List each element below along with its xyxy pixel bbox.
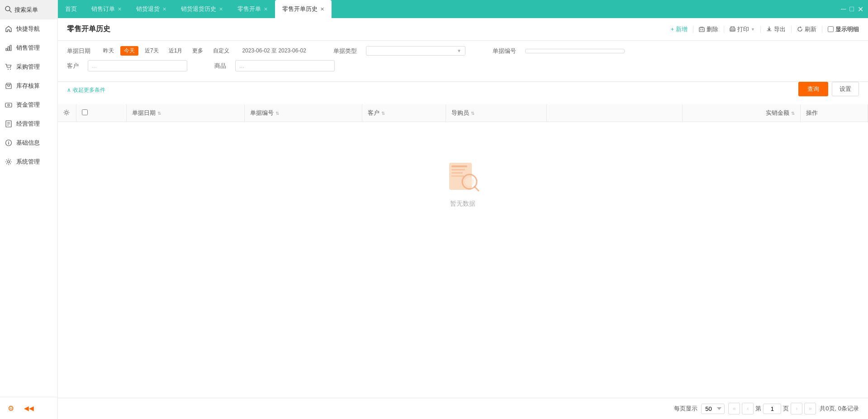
sidebar-item-inventory[interactable]: 库存核算 [0,76,57,95]
divider-5 [822,26,822,33]
date-last1m[interactable]: 近1月 [165,46,186,56]
divider-2 [724,26,724,33]
th-guide-label: 导购员 [451,109,469,116]
tab-close-sales-return[interactable]: ✕ [162,6,166,12]
prev-page-btn[interactable]: ‹ [742,403,754,414]
print-button[interactable]: 打印 ▼ [730,25,755,33]
delete-button[interactable]: 删除 [699,25,718,33]
settings-icon-btn[interactable]: ⚙ [5,402,17,414]
divider-3 [760,26,761,33]
svg-line-34 [474,187,479,191]
minimize-icon[interactable]: ─ [841,5,846,14]
page-label: 页 [783,405,789,413]
th-customer[interactable]: 客户⇅ [362,104,446,122]
bill-no-label: 单据编号 [493,47,516,55]
svg-rect-21 [699,28,704,32]
sidebar-search[interactable]: 搜索采单 [0,0,57,19]
sort-bill-icon[interactable]: ⇅ [275,111,279,116]
tab-retail-open-history[interactable]: 零售开单历史✕ [275,0,332,18]
pagination: 每页显示 50 10 20 100 « ‹ 第 页 › » 共0页, 0条记录 [58,398,868,419]
chart-icon [5,44,13,52]
sort-customer-icon[interactable]: ⇅ [381,111,385,116]
svg-point-19 [8,141,9,141]
data-table: 单据日期⇅ 单据编号⇅ 客户⇅ 导购员⇅ 实销金额⇅ 操作 [58,104,868,244]
sidebar-item-sales-mgmt[interactable]: 销售管理 [0,38,57,57]
svg-point-20 [8,161,10,163]
display-detail-check[interactable] [828,26,834,32]
tab-sales-order[interactable]: 销售订单✕ [84,0,129,18]
tab-label-sales-return: 销货退货 [136,5,160,13]
chevron-up-icon: ∧ [67,87,71,93]
sidebar-item-basic[interactable]: 基础信息 [0,133,57,152]
sidebar-item-purchase-mgmt[interactable]: 采购管理 [0,57,57,76]
customer-input[interactable]: ... [88,60,187,71]
tab-home[interactable]: 首页 [58,0,84,18]
display-detail-checkbox[interactable]: 显示明细 [828,25,859,33]
collapse-label: 收起更多条件 [73,86,105,94]
query-button[interactable]: 查询 [798,82,828,96]
sort-guide-icon[interactable]: ⇅ [471,111,474,116]
sidebar-item-system[interactable]: 系统管理 [0,152,57,171]
print-dropdown-icon[interactable]: ▼ [751,27,755,32]
date-yesterday[interactable]: 昨天 [100,46,118,56]
settings-button[interactable]: 设置 [832,82,859,96]
per-page-label: 每页显示 [674,405,697,413]
first-page-btn[interactable]: « [728,403,740,414]
print-icon [730,26,735,32]
svg-rect-2 [6,48,7,51]
bill-no-input[interactable] [525,49,625,53]
money-icon [5,101,13,109]
sort-amount-icon[interactable]: ⇅ [791,111,795,116]
tab-sales-return-history[interactable]: 销货退货历史✕ [174,0,230,18]
type-dropdown-icon: ▼ [457,48,461,53]
collapse-sidebar-btn[interactable]: ◀◀ [23,402,35,414]
tab-retail-open[interactable]: 零售开单✕ [230,0,275,18]
svg-point-6 [10,69,11,70]
refresh-icon [797,26,803,32]
next-page-btn[interactable]: › [791,403,802,414]
per-page-select[interactable]: 50 10 20 100 [701,404,725,414]
action-buttons: 查询 设置 [798,82,859,96]
svg-rect-11 [5,103,12,107]
sidebar-item-quick-nav[interactable]: 快捷导航 [0,19,57,38]
svg-rect-25 [731,29,734,31]
sidebar-item-ops[interactable]: 经营管理 [0,114,57,133]
th-checkbox[interactable] [76,104,126,122]
select-all-checkbox[interactable] [82,109,88,115]
table-area: 单据日期⇅ 单据编号⇅ 客户⇅ 导购员⇅ 实销金额⇅ 操作 [58,104,868,398]
goods-input[interactable]: ... [235,60,335,71]
tab-close-sales-return-history[interactable]: ✕ [219,6,223,12]
maximize-icon[interactable]: □ [849,5,854,14]
goods-placeholder: ... [239,62,244,69]
last-page-btn[interactable]: » [804,403,816,414]
svg-rect-29 [451,169,465,170]
page-input[interactable] [763,404,781,414]
sidebar-item-finance[interactable]: 资金管理 [0,95,57,114]
th-date[interactable]: 单据日期⇅ [126,104,244,122]
th-action: 操作 [800,104,868,122]
new-button[interactable]: + 新增 [671,25,688,33]
tab-close-retail-open-history[interactable]: ✕ [320,6,324,12]
refresh-button[interactable]: 刷新 [797,25,816,33]
tab-close-retail-open[interactable]: ✕ [264,6,268,12]
tab-sales-return[interactable]: 销货退货✕ [129,0,174,18]
sidebar-search-label: 搜索采单 [14,6,38,14]
date-today[interactable]: 今天 [120,46,138,56]
export-button[interactable]: 导出 [766,25,786,33]
th-amount[interactable]: 实销金额⇅ [682,104,800,122]
report-icon [5,120,13,128]
th-settings[interactable] [58,104,76,122]
sidebar: 搜索采单 快捷导航 销售管理 采购管理 库存核算 资金管理 经营管理 基础信息 … [0,0,58,419]
sidebar-label-basic: 基础信息 [16,139,40,147]
date-custom[interactable]: 自定义 [209,46,233,56]
close-window-icon[interactable]: ✕ [858,5,863,14]
th-bill-no[interactable]: 单据编号⇅ [244,104,362,122]
th-guide[interactable]: 导购员⇅ [446,104,547,122]
sort-date-icon[interactable]: ⇅ [157,111,161,116]
date-last7[interactable]: 近7天 [141,46,162,56]
collapse-bar[interactable]: ∧ 收起更多条件 [67,85,105,94]
tab-close-sales-order[interactable]: ✕ [118,6,122,12]
page-area: 零售开单历史 + 新增 删除 打印 ▼ 导出 [58,18,868,419]
type-select[interactable]: ▼ [366,46,465,56]
date-more[interactable]: 更多 [189,46,207,56]
